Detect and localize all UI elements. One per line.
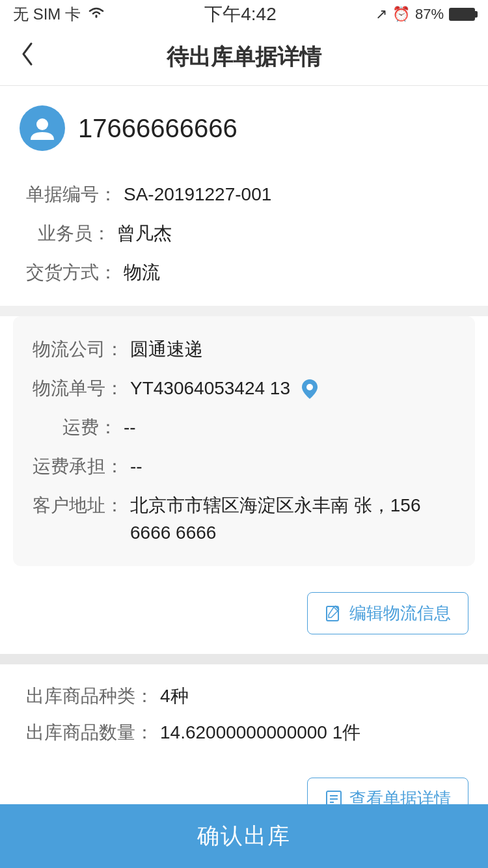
freight-row: 运费： --	[33, 414, 455, 441]
freight-bear-label: 运费承担：	[33, 453, 124, 480]
freight-label: 运费：	[33, 414, 117, 441]
goods-types-value: 4种	[160, 684, 189, 709]
battery-icon	[449, 8, 475, 21]
freight-value: --	[124, 414, 455, 441]
edit-btn-container: 编辑物流信息	[0, 579, 488, 654]
back-button[interactable]	[20, 34, 42, 79]
avatar	[20, 105, 65, 151]
location-status-icon: ↗	[375, 6, 387, 23]
status-bar: 无 SIM 卡 下午4:42 ↗ ⏰ 87%	[0, 0, 488, 29]
map-location-icon[interactable]	[298, 377, 321, 400]
logistics-company-value: 圆通速递	[130, 336, 455, 363]
sales-rep-row: 业务员： 曾凡杰	[26, 220, 462, 247]
status-time: 下午4:42	[204, 2, 277, 27]
freight-bear-value: --	[130, 453, 455, 480]
goods-quantity-value: 14.62000000000000 1件	[160, 720, 360, 745]
edit-icon	[325, 604, 343, 623]
goods-types-label: 出库商品种类：	[26, 684, 154, 709]
delivery-method-label: 交货方式：	[26, 259, 117, 286]
status-left: 无 SIM 卡	[13, 4, 105, 25]
svg-point-1	[306, 384, 313, 390]
delivery-method-row: 交货方式： 物流	[26, 259, 462, 286]
goods-types-row: 出库商品种类： 4种	[26, 684, 462, 709]
doc-number-value: SA-20191227-001	[124, 181, 462, 208]
address-row: 客户地址： 北京市市辖区海淀区永丰南 张，156 6666 6666	[33, 492, 455, 547]
svg-point-0	[36, 118, 48, 130]
confirm-btn-container: 确认出库	[0, 804, 488, 868]
doc-number-row: 单据编号： SA-20191227-001	[26, 181, 462, 208]
page-title: 待出库单据详情	[167, 42, 321, 72]
alarm-icon: ⏰	[392, 6, 410, 23]
status-right: ↗ ⏰ 87%	[375, 6, 475, 23]
customer-phone: 17666666666	[78, 114, 237, 143]
goods-quantity-row: 出库商品数量： 14.62000000000000 1件	[26, 720, 462, 745]
delivery-method-value: 物流	[124, 259, 462, 286]
edit-logistics-button[interactable]: 编辑物流信息	[307, 592, 468, 634]
logistics-tracking-value: YT43064053424 13	[130, 375, 455, 402]
logistics-tracking-label: 物流单号：	[33, 375, 124, 402]
goods-section: 出库商品种类： 4种 出库商品数量： 14.62000000000000 1件	[0, 664, 488, 765]
battery-label: 87%	[415, 6, 444, 23]
nav-bar: 待出库单据详情	[0, 29, 488, 86]
goods-quantity-label: 出库商品数量：	[26, 720, 154, 745]
sales-rep-label: 业务员：	[26, 220, 111, 247]
carrier-label: 无 SIM 卡	[13, 4, 81, 25]
wifi-icon	[87, 5, 105, 23]
address-value: 北京市市辖区海淀区永丰南 张，156 6666 6666	[130, 492, 455, 547]
dashed-separator	[0, 151, 488, 161]
logistics-tracking-row: 物流单号： YT43064053424 13	[33, 375, 455, 402]
logistics-company-label: 物流公司：	[33, 336, 124, 363]
address-label: 客户地址：	[33, 492, 124, 519]
document-info-section: 单据编号： SA-20191227-001 业务员： 曾凡杰 交货方式： 物流	[0, 161, 488, 306]
section-separator	[0, 654, 488, 664]
freight-bear-row: 运费承担： --	[33, 453, 455, 480]
logistics-card: 物流公司： 圆通速递 物流单号： YT43064053424 13 运费： --…	[13, 316, 475, 566]
confirm-outbound-button[interactable]: 确认出库	[0, 821, 488, 851]
logistics-company-row: 物流公司： 圆通速递	[33, 336, 455, 363]
doc-number-label: 单据编号：	[26, 181, 117, 208]
sales-rep-value: 曾凡杰	[117, 220, 462, 247]
customer-header: 17666666666	[0, 86, 488, 151]
